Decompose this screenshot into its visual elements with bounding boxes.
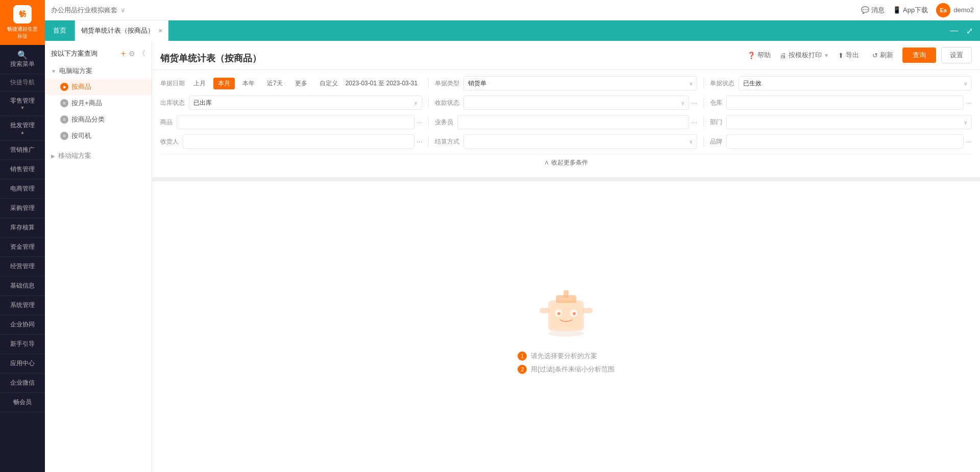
content: 按以下方案查询 + ⚙ 《 ▼ 电脑端方案 ● 按商品 ≡ <box>45 41 980 472</box>
scheme-icon: ≡ <box>60 132 68 140</box>
receiver-label: 收货人 <box>160 137 179 146</box>
sidebar-item-system[interactable]: 系统管理 <box>0 296 45 315</box>
scheme-item-by-category[interactable]: ≡ 按商品分类 <box>45 111 152 128</box>
date-tab-last-7[interactable]: 近7天 <box>262 78 287 89</box>
sidebar-item-label: 畅会员 <box>13 398 32 407</box>
sidebar-item-finance[interactable]: 资金管理 <box>0 238 45 257</box>
warehouse-input[interactable] <box>726 96 964 110</box>
logo-sub: 标版 <box>17 33 28 40</box>
mobile-scheme-label: 移动端方案 <box>58 151 91 160</box>
brand-input[interactable] <box>726 134 964 149</box>
scheme-item-by-salesman[interactable]: ≡ 按司机 <box>45 128 152 144</box>
help-icon: ❓ <box>747 52 755 59</box>
sidebar-item-operations[interactable]: 经营管理 <box>0 257 45 276</box>
sidebar-item-guide[interactable]: 新手引导 <box>0 335 45 354</box>
out-status-select[interactable]: 已出库 ∨ <box>189 96 422 110</box>
receiver-input[interactable] <box>183 134 414 149</box>
collapse-filters-button[interactable]: ∧ 收起更多条件 <box>160 154 972 171</box>
breadcrumb-text: 办公用品行业模拟账套 <box>51 6 117 15</box>
svg-point-0 <box>548 331 584 337</box>
scheme-label: 按商品分类 <box>71 115 105 124</box>
sidebar-item-sales[interactable]: 销售管理 <box>0 160 45 179</box>
warehouse-dots[interactable]: ··· <box>966 99 972 107</box>
message-label: 消息 <box>871 6 885 15</box>
scheme-item-by-product[interactable]: ● 按商品 <box>45 79 152 95</box>
sidebar-item-marketing[interactable]: 营销推广 <box>0 140 45 160</box>
help-button[interactable]: ❓ 帮助 <box>743 49 775 62</box>
mobile-scheme-root[interactable]: ▶ 移动端方案 <box>45 148 152 163</box>
brand-label: 品牌 <box>710 137 722 146</box>
sidebar-logo[interactable]: 畅 畅捷通好生意 标版 <box>0 0 45 45</box>
scheme-icon: ● <box>60 83 68 91</box>
sidebar-item-label: 新手引导 <box>10 340 35 348</box>
step-2-number: 2 <box>518 365 527 374</box>
empty-step-2: 2 用[过滤]条件来缩小分析范围 <box>518 365 614 374</box>
collapse-panel-button[interactable]: 《 <box>138 49 145 58</box>
sidebar-item-ecommerce[interactable]: 电商管理 <box>0 179 45 199</box>
tab-close-icon[interactable]: × <box>158 27 162 35</box>
salesman-dots[interactable]: ··· <box>691 118 697 126</box>
date-range-text: 2023-03-01 至 2023-03-31 <box>346 79 418 88</box>
add-scheme-button[interactable]: + <box>121 49 126 58</box>
avatar: Ea <box>936 3 950 17</box>
dept-select[interactable]: ∨ <box>726 115 972 129</box>
sidebar-item-inventory[interactable]: 库存核算 <box>0 218 45 238</box>
settings-scheme-button[interactable]: ⚙ <box>129 50 135 58</box>
refresh-label: 刷新 <box>880 51 893 60</box>
tab-maximize-button[interactable]: ⤢ <box>963 24 976 38</box>
date-tab-custom[interactable]: 自定义 <box>315 78 342 89</box>
mobile-scheme-section: ▶ 移动端方案 <box>45 148 152 163</box>
sidebar-item-label: 经营管理 <box>10 262 35 271</box>
sidebar-item-apps[interactable]: 应用中心 <box>0 354 45 373</box>
message-button[interactable]: 💬 消息 <box>861 6 885 15</box>
export-label: 导出 <box>846 51 859 60</box>
doc-status-select[interactable]: 已生效 ∨ <box>739 76 972 90</box>
print-button[interactable]: 🖨 按模板打印 ▼ <box>780 51 829 60</box>
product-dots[interactable]: ··· <box>416 118 423 126</box>
product-input[interactable] <box>177 115 414 129</box>
refresh-button[interactable]: ↺ 刷新 <box>868 49 897 62</box>
user-profile-button[interactable]: Ea demo2 <box>936 3 974 17</box>
out-status-value: 已出库 <box>193 99 212 107</box>
sidebar-item-wholesale[interactable]: 批发管理 ▲ <box>0 116 45 140</box>
app-download-button[interactable]: 📱 App下载 <box>893 6 928 15</box>
empty-state: 1 请先选择要分析的方案 2 用[过滤]条件来缩小分析范围 <box>152 181 980 472</box>
step-2-text: 用[过滤]条件来缩小分析范围 <box>531 365 614 374</box>
sidebar-item-member[interactable]: 畅会员 <box>0 393 45 412</box>
sidebar-item-wechat[interactable]: 企业微信 <box>0 373 45 393</box>
print-dropdown-icon: ▼ <box>824 53 829 58</box>
query-button[interactable]: 查询 <box>902 48 936 63</box>
date-tab-last-month[interactable]: 上月 <box>189 78 210 89</box>
product-label: 商品 <box>160 118 173 127</box>
tab-minimize-button[interactable]: — <box>947 24 961 37</box>
out-status-label: 出库状态 <box>160 99 185 107</box>
date-tab-more[interactable]: 更多 <box>290 78 312 89</box>
breadcrumb-arrow-icon[interactable]: ∨ <box>120 6 126 14</box>
desktop-scheme-root[interactable]: ▼ 电脑端方案 <box>45 63 152 79</box>
salesman-input[interactable] <box>457 115 689 129</box>
doc-type-select[interactable]: 销货单 ∨ <box>463 76 697 90</box>
settings-button[interactable]: 设置 <box>941 47 972 63</box>
sidebar-item-retail[interactable]: 零售管理 ▼ <box>0 91 45 116</box>
settlement-select[interactable]: ∨ <box>463 134 697 149</box>
export-button[interactable]: ⬆ 导出 <box>834 49 863 62</box>
expand-arrow-icon: ▶ <box>51 153 55 159</box>
sidebar-item-label: 采购管理 <box>10 204 35 213</box>
tab-active[interactable]: 销货单统计表（按商品） × <box>75 20 168 41</box>
scheme-label: 按月+商品 <box>71 99 102 108</box>
tab-home[interactable]: 首页 <box>45 20 75 41</box>
left-panel: 按以下方案查询 + ⚙ 《 ▼ 电脑端方案 ● 按商品 ≡ <box>45 41 152 472</box>
payment-select[interactable]: ∨ <box>463 96 689 110</box>
page-header-actions: ❓ 帮助 🖨 按模板打印 ▼ ⬆ 导出 ↺ 刷新 <box>743 47 972 69</box>
sidebar-item-purchase[interactable]: 采购管理 <box>0 199 45 218</box>
payment-dots[interactable]: ··· <box>691 99 697 107</box>
sidebar-quick-nav[interactable]: 快捷导航 <box>0 74 45 91</box>
sidebar-item-enterprise[interactable]: 企业协同 <box>0 315 45 335</box>
receiver-dots[interactable]: ··· <box>416 137 423 146</box>
date-tab-this-month[interactable]: 本月 <box>213 78 235 89</box>
date-tab-this-year[interactable]: 本年 <box>238 78 259 89</box>
sidebar-search[interactable]: 🔍 搜索菜单 <box>0 45 45 74</box>
scheme-item-by-month-product[interactable]: ≡ 按月+商品 <box>45 95 152 111</box>
brand-dots[interactable]: ··· <box>966 137 972 146</box>
sidebar-item-basic[interactable]: 基础信息 <box>0 276 45 296</box>
